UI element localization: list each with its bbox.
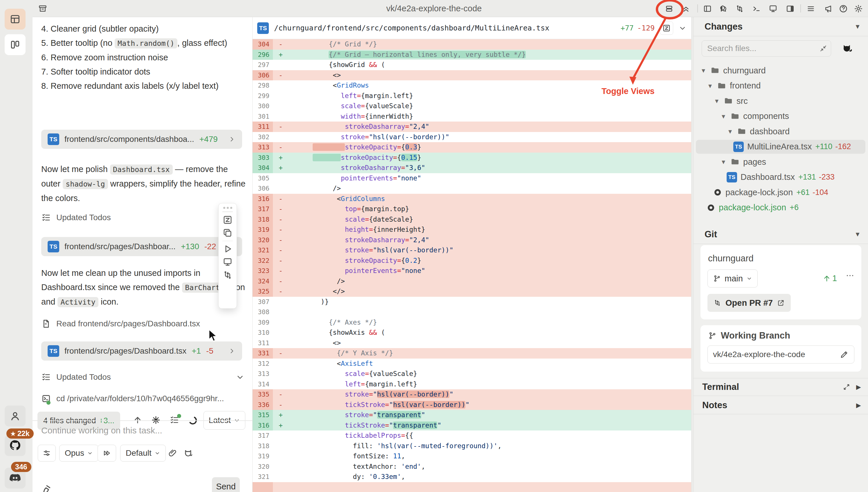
caret-down-icon[interactable]: ▾ (707, 82, 713, 90)
diff-row[interactable]: 308 (253, 307, 691, 317)
chevron-down-icon[interactable] (678, 24, 686, 32)
diff-row[interactable]: 319 fontSize: 11, (253, 451, 691, 462)
open-pr-button[interactable]: Open PR #7 (707, 294, 791, 312)
diff-row[interactable]: 318 fill: 'hsl(var(--muted-foreground))'… (253, 441, 691, 451)
terminal-command-row[interactable]: cd /private/var/folders/10/h7w0q46556ggr… (41, 394, 224, 403)
tree-item-churnguard[interactable]: ▾churnguard (694, 63, 868, 78)
tree-item-dashboard-tsx[interactable]: TSDashboard.tsx+131-233 (694, 170, 868, 185)
tree-item-package-lock-json[interactable]: package-lock.json+61-104 (694, 185, 868, 200)
monitor-icon[interactable] (222, 257, 233, 267)
paperclip-icon[interactable] (168, 448, 178, 458)
chevron-down-icon[interactable] (236, 373, 244, 382)
terminal-prompt-icon[interactable] (750, 3, 763, 15)
help-icon[interactable] (837, 3, 849, 15)
diff-row[interactable]: 336- tickStroke="hsl(var(--border))" (253, 400, 691, 410)
tree-item-frontend[interactable]: ▾frontend (694, 78, 868, 94)
git-section-header[interactable]: Git ▼ (694, 225, 868, 244)
diff-row[interactable]: 303+ strokeOpacity={0.15} (253, 153, 691, 163)
working-branch-input[interactable]: vk/4e2a-explore-the-code (707, 345, 854, 364)
chat-bubbles-icon[interactable] (717, 3, 729, 15)
diff-row[interactable]: 323- pointerEvents="none" (253, 266, 691, 276)
toggle-views-icon[interactable] (663, 3, 675, 15)
layout-tab-button[interactable] (5, 9, 26, 30)
diff-row[interactable]: 312 <AxisLeft (253, 359, 691, 369)
diff-row[interactable]: 321 dy: '0.33em', (253, 472, 691, 482)
search-files-input[interactable] (702, 40, 831, 56)
updated-todos-row[interactable]: Updated Todos (41, 213, 111, 222)
git-compare-icon[interactable] (222, 270, 233, 280)
drag-handle-icon[interactable] (223, 207, 232, 209)
ahead-count[interactable]: 1 (822, 274, 837, 283)
tree-item-dashboard[interactable]: ▾dashboard (694, 124, 868, 139)
diff-row[interactable]: 304+ strokeDasharray="3,6" (253, 163, 691, 173)
file-chip[interactable]: TS frontend/src/pages/Dashboard.tsx +1 -… (41, 341, 242, 361)
diff-row[interactable]: 317 tickLabelProps={{ (253, 430, 691, 441)
caret-down-icon[interactable]: ▾ (700, 67, 707, 75)
diff-row[interactable]: 306 /> (253, 183, 691, 194)
diff-row[interactable]: 322- strokeOpacity={0.2} (253, 255, 691, 266)
zed-icon[interactable] (222, 215, 233, 225)
terminal-section-header[interactable]: Terminal ▶ (694, 378, 868, 396)
diff-row[interactable]: 310 {showAxis && ( (253, 327, 691, 338)
monitor-icon[interactable] (767, 3, 779, 15)
diff-row[interactable] (253, 482, 691, 492)
diff-row[interactable]: 305 pointerEvents="none" (253, 173, 691, 183)
diff-row[interactable]: 297 {showGrid && ( (253, 60, 691, 70)
diff-row[interactable]: 318- scale={dateScale} (253, 214, 691, 225)
git-compare-icon[interactable] (734, 3, 746, 15)
diff-row[interactable]: 319- height={innerHeight} (253, 224, 691, 235)
menu-icon[interactable] (805, 3, 817, 15)
diff-row[interactable]: 317- top={margin.top} (253, 204, 691, 214)
cat-icon[interactable] (183, 448, 193, 459)
fast-forward-button[interactable] (97, 445, 116, 462)
more-options-icon[interactable] (845, 271, 855, 280)
changes-section-header[interactable]: Changes ▼ (694, 17, 868, 36)
diff-row[interactable]: 315+ stroke="transparent" (253, 410, 691, 420)
diff-row[interactable]: 302 stroke="hsl(var(--border))" (253, 132, 691, 143)
diff-row[interactable]: 300 scale={valueScale} (253, 101, 691, 112)
diff-row[interactable]: 296+ {/* Grid – horizontal lines only, v… (253, 50, 691, 60)
diff-row[interactable]: 313 scale={valueScale} (253, 369, 691, 379)
diff-row[interactable]: 316+ tickStroke="transparent" (253, 420, 691, 431)
tree-item-multilinearea-tsx[interactable]: TSMultiLineArea.tsx+110-162 (694, 139, 868, 155)
burst-icon[interactable] (151, 415, 161, 425)
columns-tab-button[interactable] (5, 34, 26, 55)
chevrons-up-icon[interactable] (680, 3, 692, 15)
diff-row[interactable]: 313- strokeOpacity={0.3} (253, 142, 691, 153)
copy-icon[interactable] (222, 228, 233, 238)
account-button[interactable] (5, 405, 26, 426)
model-dropdown[interactable]: Opus (59, 445, 98, 462)
diff-row[interactable]: 320 textAnchor: 'end', (253, 462, 691, 472)
archive-icon[interactable] (37, 3, 49, 15)
arrow-up-icon[interactable] (133, 415, 143, 425)
diff-row[interactable]: 304- {/* Grid */} (253, 39, 691, 50)
diff-row[interactable]: 331- {/* Y Axis */} (253, 348, 691, 359)
diff-row[interactable]: 325- </> (253, 286, 691, 297)
send-button[interactable]: Send (212, 477, 240, 492)
diff-row[interactable]: 314 left={margin.left} (253, 379, 691, 390)
branch-dropdown[interactable]: main (707, 270, 758, 288)
caret-down-icon[interactable]: ▾ (713, 97, 720, 105)
diff-row[interactable]: 320- strokeDasharray="2,4" (253, 235, 691, 245)
tree-item-src[interactable]: ▾src (694, 93, 868, 109)
play-icon[interactable] (222, 244, 233, 254)
tree-item-pages[interactable]: ▾pages (694, 154, 868, 170)
diff-row[interactable]: 309 {/* Axes */} (253, 317, 691, 328)
composer-input[interactable]: Continue working on this task... (41, 425, 162, 436)
diff-view-button[interactable] (660, 22, 673, 35)
caret-down-icon[interactable]: ▾ (720, 158, 727, 166)
collapse-icon[interactable] (819, 44, 828, 53)
settings-sliders-button[interactable] (38, 445, 56, 462)
diff-row[interactable]: 311- strokeDasharray="2,4" (253, 122, 691, 132)
panel-right-icon[interactable] (784, 3, 796, 15)
panel-left-icon[interactable] (701, 3, 713, 15)
diff-row[interactable]: 321- stroke="hsl(var(--border))" (253, 245, 691, 255)
mode-dropdown[interactable]: Default (120, 445, 166, 462)
diff-row[interactable]: 311 <> (253, 338, 691, 348)
expand-icon[interactable] (842, 383, 850, 391)
diff-row[interactable]: 335- stroke="hsl(var(--border))" (253, 389, 691, 400)
notes-section-header[interactable]: Notes ▶ (694, 396, 868, 414)
diff-row[interactable]: 301 width={innerWidth} (253, 112, 691, 122)
tree-item-components[interactable]: ▾components (694, 109, 868, 124)
diff-row[interactable]: 306- <> (253, 70, 691, 81)
